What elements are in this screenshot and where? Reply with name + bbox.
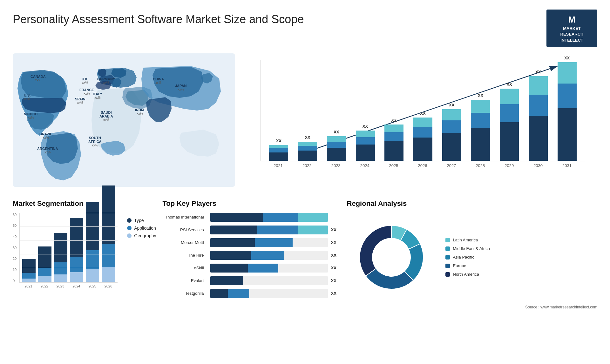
reg-legend-item: Middle East & Africa (445, 246, 490, 251)
seg-year-label: 2023 (54, 284, 67, 288)
seg-bar-seg-1 (102, 244, 115, 267)
seg-year-label: 2026 (102, 284, 115, 288)
bar-segment-0 (558, 108, 577, 161)
reg-legend-item: Latin America (445, 238, 490, 242)
page-title: Personality Assessment Software Market S… (13, 13, 304, 26)
bar-stack (356, 131, 375, 161)
bar-chart-area: XXXXXXXXXXXXXXXXXXXXXX 20212022202320242… (261, 60, 585, 171)
bar-stack (413, 118, 432, 161)
bar-stack (529, 76, 548, 161)
bar-column-2021: XX (269, 138, 288, 161)
logo-line1: MARKET (563, 26, 581, 31)
bar-segment-0 (471, 128, 490, 161)
bar-segment-0 (298, 151, 317, 161)
header: Personality Assessment Software Market S… (13, 10, 597, 47)
seg-year-label: 2021 (22, 284, 35, 288)
bar-year-label: 2023 (326, 163, 345, 168)
bar-stack (471, 100, 490, 161)
seg-bar-group-2021 (22, 259, 36, 282)
seg-legend-item: Geography (127, 233, 156, 238)
bar-segment-1 (298, 146, 317, 151)
player-bar-seg1 (210, 238, 255, 247)
seg-chart-wrapper: 60 50 40 30 20 10 0 (13, 213, 156, 288)
player-bar-seg2 (257, 226, 299, 234)
donut-chart (347, 213, 436, 302)
seg-bar-group-2024 (70, 218, 83, 282)
top-section: CANADAxx% U.S.xx% MEXICOxx% BRAZILxx% AR… (13, 53, 597, 187)
segmentation-title: Market Segmentation (13, 199, 156, 208)
bar-segment-2 (471, 100, 490, 113)
seg-bar-group-2025 (86, 202, 99, 282)
seg-grid (19, 213, 118, 283)
seg-legend-dot (127, 226, 132, 230)
seg-bar-seg-2 (86, 202, 99, 250)
player-xx-label: XX (331, 253, 341, 258)
reg-legend-color (445, 246, 450, 251)
player-bar-seg3 (298, 213, 328, 222)
seg-bar-seg-0 (38, 276, 51, 282)
bar-column-2028: XX (471, 93, 490, 161)
player-bar-seg2 (263, 213, 298, 222)
bar-stack (327, 136, 346, 161)
bar-segment-1 (500, 104, 519, 122)
seg-legend-label: Application (134, 226, 156, 231)
bar-column-2022: XX (298, 135, 317, 161)
bar-segment-0 (384, 141, 403, 161)
reg-legend-color (445, 264, 450, 268)
bar-segment-0 (529, 116, 548, 161)
seg-bar-seg-0 (22, 279, 36, 282)
bar-year-label: 2027 (442, 163, 461, 168)
bar-column-2031: XX (558, 56, 577, 161)
bar-value-label: XX (449, 103, 454, 107)
bar-value-label: XX (420, 111, 425, 116)
seg-bar-group-2023 (54, 233, 67, 282)
bar-segment-0 (500, 122, 519, 161)
seg-bar-seg-2 (38, 246, 51, 268)
bar-segment-1 (413, 127, 432, 138)
logo: M MARKET RESEARCH INTELLECT (546, 10, 597, 47)
seg-bar-seg-2 (54, 233, 67, 262)
player-row: TestgorillaXX (163, 289, 341, 298)
players-section: Top Key Players Thomas InternationalPSI … (163, 196, 341, 313)
seg-legend-label: Type (134, 218, 144, 223)
seg-bars-container: 202120222023202420252026 (19, 213, 118, 288)
bar-year-label: 2028 (471, 163, 490, 168)
reg-legend-label: Latin America (453, 238, 478, 242)
logo-letter: M (552, 13, 592, 26)
regional-title: Regional Analysis (347, 199, 597, 208)
bar-column-2026: XX (413, 111, 432, 161)
player-row: The HireXX (163, 251, 341, 260)
bar-column-2024: XX (356, 124, 375, 161)
bar-segment-1 (327, 142, 346, 148)
bar-column-2027: XX (442, 103, 461, 161)
reg-legend-label: Middle East & Africa (453, 246, 490, 251)
year-labels: 2021202220232024202520262027202820292030… (261, 161, 585, 168)
bar-segment-0 (269, 152, 288, 161)
seg-bar-seg-0 (54, 274, 67, 282)
bar-value-label: XX (506, 82, 512, 87)
bar-segment-2 (269, 145, 288, 148)
bar-column-2029: XX (500, 82, 519, 161)
player-name: Mercer Mettl (163, 240, 207, 245)
seg-year-labels: 202120222023202420252026 (19, 283, 118, 288)
seg-legend: TypeApplicationGeography (127, 218, 156, 288)
seg-bar-seg-1 (86, 250, 99, 269)
bar-segment-2 (558, 62, 577, 84)
reg-legend-color (445, 255, 450, 260)
player-row: PSI ServicesXX (163, 226, 341, 234)
bar-value-label: XX (363, 124, 368, 129)
bar-segment-0 (413, 138, 432, 161)
seg-bar-seg-1 (22, 273, 36, 279)
bar-segment-0 (442, 133, 461, 161)
seg-bar-group-2026 (102, 185, 115, 282)
bar-segment-1 (442, 120, 461, 133)
player-bar-track (210, 251, 328, 260)
bar-year-label: 2021 (268, 163, 288, 168)
bar-segment-1 (529, 95, 548, 116)
seg-bar-seg-2 (22, 259, 36, 273)
seg-year-label: 2022 (38, 284, 51, 288)
bar-stack (558, 62, 577, 161)
seg-legend-item: Type (127, 218, 156, 223)
player-row: Mercer MettlXX (163, 238, 341, 247)
player-xx-label: XX (331, 227, 341, 232)
